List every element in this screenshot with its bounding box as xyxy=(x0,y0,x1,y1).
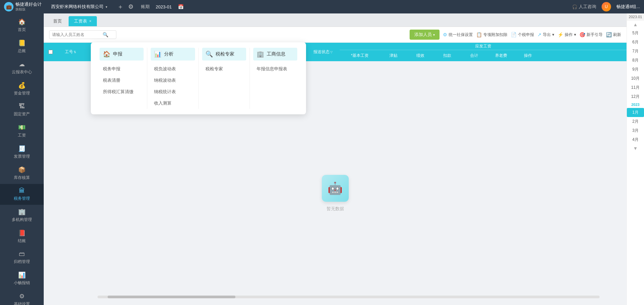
salary-sub-headers: *基本工资 津贴 绩效 扣款 合计 养老费 操作 xyxy=(340,50,627,61)
sidebar-item-fixed-assets[interactable]: 🏗 固定资产 xyxy=(0,100,44,120)
month-item-12[interactable]: 12月 xyxy=(627,92,644,101)
settings2-icon: ⚙ xyxy=(19,293,25,300)
sidebar-item-ledger[interactable]: 📒 总账 xyxy=(0,36,44,57)
sidebar-label-close: 结账 xyxy=(18,238,26,244)
sidebar-label-archive: 归档管理 xyxy=(14,259,30,265)
calendar-icon[interactable]: 📅 xyxy=(178,4,184,9)
customer-service-btn[interactable]: 🎧 人工咨询 xyxy=(572,4,596,10)
month-item-1[interactable]: 1月 xyxy=(627,108,644,117)
salary-group-label: 应发工资 xyxy=(340,43,627,50)
th-report-status[interactable]: 报送状态 ▽ xyxy=(306,46,340,58)
sidebar-item-tax[interactable]: 🏛 税务管理 xyxy=(0,184,44,205)
logo-icon: 💼 xyxy=(4,2,13,11)
sidebar-item-invoice[interactable]: 🧾 发票管理 xyxy=(0,142,44,163)
month-item-8[interactable]: 8月 xyxy=(627,56,644,65)
sidebar-label-salary: 工资 xyxy=(18,132,26,138)
month-item-9[interactable]: 9月 xyxy=(627,65,644,74)
header-actions: ＋ ⚙ 账期 2023-01 📅 xyxy=(117,3,184,11)
th-total: 合计 xyxy=(461,50,488,61)
user-name[interactable]: 畅捷通8组... xyxy=(616,4,640,10)
sidebar-item-basic-settings[interactable]: ⚙ 基础设置 xyxy=(0,289,44,305)
sidebar-item-close[interactable]: 📕 结账 xyxy=(0,226,44,247)
tab-close-icon[interactable]: × xyxy=(89,19,91,24)
sidebar-label-invoice: 发票管理 xyxy=(14,154,30,159)
operations-btn[interactable]: ⚡ 操作 ▾ xyxy=(558,32,576,38)
add-person-arrow-icon: ▾ xyxy=(433,33,435,37)
menu-item-tax-expert[interactable]: 税检专家 xyxy=(202,63,246,75)
menu-item-tax-return[interactable]: 税务申报 xyxy=(100,63,144,75)
refresh-btn[interactable]: 🔄 刷新 xyxy=(606,32,621,38)
cal-down-icon[interactable]: ▼ xyxy=(633,146,638,151)
sidebar-item-archive[interactable]: 🗃 归档管理 xyxy=(0,247,44,268)
cloud-icon: ☁ xyxy=(19,61,25,68)
scroll-thumb[interactable] xyxy=(108,296,235,298)
menu-item-income-calc[interactable]: 收入测算 xyxy=(151,98,195,109)
menu-item-tax-stat[interactable]: 纳税统计表 xyxy=(151,86,195,98)
special-deduct-btn[interactable]: 📋 专项附加扣除 xyxy=(476,32,507,38)
month-item-2[interactable]: 2月 xyxy=(627,117,644,126)
sidebar-item-home[interactable]: 🏠 首页 xyxy=(0,15,44,36)
month-item-6[interactable]: 6月 xyxy=(627,38,644,47)
shuijian-title: 税检专家 xyxy=(216,51,234,57)
tab-salary-label: 工资表 xyxy=(74,18,87,24)
calendar-nav-down: ▼ xyxy=(627,144,644,152)
salary-group: 应发工资 *基本工资 津贴 绩效 扣款 合计 养老费 操作 xyxy=(340,43,627,61)
sidebar-item-multi-org[interactable]: 🏢 多机构管理 xyxy=(0,205,44,226)
sidebar-item-xiaochang[interactable]: 📊 小畅报销 xyxy=(0,268,44,289)
sidebar-item-fund[interactable]: 💰 资金管理 xyxy=(0,78,44,100)
tab-home-label: 首页 xyxy=(53,18,62,24)
month-item-5[interactable]: 5月 xyxy=(627,29,644,38)
company-selector[interactable]: 西安虾米网络科技有限公司 ▾ xyxy=(48,4,111,10)
menu-item-tax-table[interactable]: 税表清册 xyxy=(100,75,144,86)
dropdown-header-shuijian: 🔍 税检专家 xyxy=(202,48,246,61)
invoice-icon: 🧾 xyxy=(18,145,26,152)
export-arrow-icon: ▾ xyxy=(552,32,554,37)
export-btn[interactable]: ↗ 导出 ▾ xyxy=(537,32,554,38)
menu-item-annual-report[interactable]: 年报信息申报表 xyxy=(253,63,297,75)
month-item-4[interactable]: 4月 xyxy=(627,135,644,144)
dropdown-col-gongshang: 🏢 工商信息 年报信息申报表 xyxy=(250,48,301,109)
main-layout: 🏠 首页 📒 总账 ☁ 云报表中心 💰 资金管理 🏗 固定资产 💵 工资 🧾 发… xyxy=(0,13,644,305)
month-item-3[interactable]: 3月 xyxy=(627,126,644,135)
tab-home[interactable]: 首页 xyxy=(48,16,67,26)
menu-item-tax-settle[interactable]: 所得税汇算清缴 xyxy=(100,86,144,98)
menu-item-tax-wave[interactable]: 税负波动表 xyxy=(151,63,195,75)
cal-up-icon[interactable]: ▲ xyxy=(633,22,638,27)
period-value: 2023-01 xyxy=(156,4,172,9)
ops-icon: ⚡ xyxy=(558,32,563,37)
gongshang-icon: 🏢 xyxy=(257,50,264,58)
new-guide-btn[interactable]: 🎯 新手引导 xyxy=(579,32,603,38)
dropdown-header-gongshang: 🏢 工商信息 xyxy=(253,48,297,61)
th-operations: 操作 xyxy=(515,50,541,61)
scroll-track[interactable] xyxy=(98,296,600,298)
th-deduction: 扣款 xyxy=(434,50,461,61)
menu-item-tax-wave2[interactable]: 纳税波动表 xyxy=(151,75,195,86)
select-all-checkbox[interactable] xyxy=(48,50,53,54)
fund-icon: 💰 xyxy=(18,82,26,89)
sidebar-item-inventory[interactable]: 📦 库存核算 xyxy=(0,163,44,184)
th-performance: 绩效 xyxy=(407,50,434,61)
report-icon: 📊 xyxy=(18,271,26,279)
sidebar-label-inventory: 库存核算 xyxy=(14,175,30,181)
dropdown-header-fenxi: 📊 分析 xyxy=(151,48,195,61)
tab-salary[interactable]: 工资表 × xyxy=(69,16,97,26)
top-header: 💼 畅捷通好会计 旗舰版 西安虾米网络科技有限公司 ▾ ＋ ⚙ 账期 2023-… xyxy=(0,0,644,13)
sidebar-label-xiaochang: 小畅报销 xyxy=(14,280,30,286)
month-item-7[interactable]: 7月 xyxy=(627,47,644,56)
gongshang-title: 工商信息 xyxy=(267,51,286,57)
sidebar-item-cloud-report[interactable]: ☁ 云报表中心 xyxy=(0,57,44,78)
asset-icon: 🏗 xyxy=(19,103,25,110)
export-icon: ↗ xyxy=(537,32,541,37)
add-person-button[interactable]: 添加人员 ▾ xyxy=(410,30,440,40)
settings-icon[interactable]: ⚙ xyxy=(128,3,134,10)
sidebar-item-salary[interactable]: 💵 工资 xyxy=(0,120,44,142)
month-item-11[interactable]: 11月 xyxy=(627,83,644,92)
add-icon[interactable]: ＋ xyxy=(117,3,123,11)
th-id: 工号 ⇅ xyxy=(57,46,84,58)
tax-return-btn[interactable]: 📄 个税申报 xyxy=(511,32,534,38)
social-insurance-btn[interactable]: ⚙ 统一社保设置 xyxy=(443,32,473,38)
th-checkbox[interactable] xyxy=(44,50,57,54)
user-avatar: U xyxy=(602,2,611,11)
month-item-10[interactable]: 10月 xyxy=(627,74,644,83)
search-input[interactable] xyxy=(52,32,103,37)
